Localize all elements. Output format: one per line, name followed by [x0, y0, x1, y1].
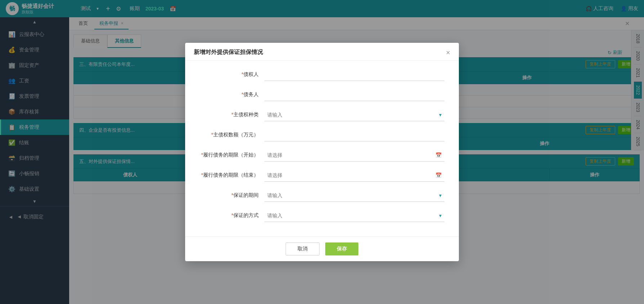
- period-start-input[interactable]: [264, 152, 435, 158]
- dialog-body: *债权人 *债务人 *主债权种类 ▾: [185, 61, 459, 236]
- label-period-start: *履行债务的期限（开始）: [200, 152, 264, 158]
- dialog-footer: 取消 保存: [185, 236, 459, 261]
- guarantee-period-input[interactable]: [264, 192, 439, 198]
- date-period-start[interactable]: 📅: [264, 149, 444, 162]
- form-row-creditor: *债权人: [200, 68, 444, 81]
- form-row-period-start: *履行债务的期限（开始） 📅: [200, 149, 444, 162]
- label-creditor: *债权人: [200, 71, 264, 78]
- cancel-button[interactable]: 取消: [286, 242, 319, 255]
- form-row-guarantee-method: *保证的方式 ▾: [200, 209, 444, 222]
- dialog-header: 新增对外提供保证担保情况 ×: [185, 43, 459, 61]
- label-guarantee-period: *保证的期间: [200, 192, 264, 199]
- form-row-guarantee-period: *保证的期间 ▾: [200, 189, 444, 202]
- guarantee-period-arrow-icon[interactable]: ▾: [439, 192, 444, 198]
- form-row-period-end: *履行债务的期限（结束） 📅: [200, 169, 444, 182]
- form-row-claim-type: *主债权种类 ▾: [200, 108, 444, 121]
- label-claim-type: *主债权种类: [200, 112, 264, 118]
- claim-type-input[interactable]: [264, 112, 439, 118]
- form-row-claim-amount: *主债权数额（万元）: [200, 128, 444, 141]
- guarantee-method-input[interactable]: [264, 213, 439, 218]
- guarantee-method-arrow-icon[interactable]: ▾: [439, 213, 444, 218]
- save-button[interactable]: 保存: [325, 242, 358, 255]
- period-end-input[interactable]: [264, 172, 435, 178]
- calendar-end-icon[interactable]: 📅: [435, 172, 444, 178]
- input-claim-amount[interactable]: [264, 128, 444, 141]
- input-debtor[interactable]: [264, 88, 444, 101]
- label-guarantee-method: *保证的方式: [200, 212, 264, 219]
- claim-type-arrow-icon[interactable]: ▾: [439, 112, 444, 118]
- label-period-end: *履行债务的期限（结束）: [200, 172, 264, 178]
- dialog: 新增对外提供保证担保情况 × *债权人 *债务人 *主债权种类: [185, 43, 459, 261]
- select-guarantee-method[interactable]: ▾: [264, 209, 444, 222]
- label-claim-amount: *主债权数额（万元）: [200, 132, 264, 138]
- calendar-start-icon[interactable]: 📅: [435, 152, 444, 158]
- select-claim-type[interactable]: ▾: [264, 108, 444, 121]
- input-creditor[interactable]: [264, 68, 444, 81]
- form-row-debtor: *债务人: [200, 88, 444, 101]
- dialog-overlay: 新增对外提供保证担保情况 × *债权人 *债务人 *主债权种类: [0, 0, 644, 304]
- label-debtor: *债务人: [200, 91, 264, 98]
- dialog-close-button[interactable]: ×: [446, 49, 450, 56]
- select-guarantee-period[interactable]: ▾: [264, 189, 444, 202]
- dialog-title: 新增对外提供保证担保情况: [194, 49, 263, 56]
- date-period-end[interactable]: 📅: [264, 169, 444, 182]
